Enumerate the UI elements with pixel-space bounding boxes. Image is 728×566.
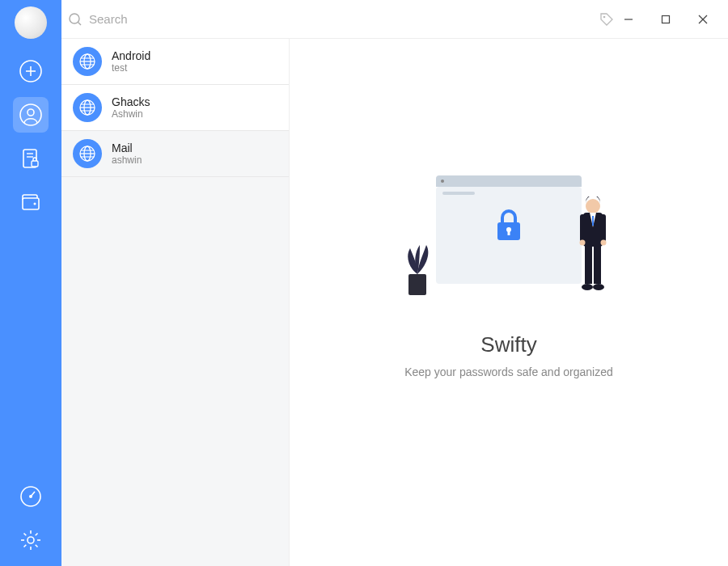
svg-point-4 [28,109,34,116]
svg-point-14 [28,537,34,543]
entry-item[interactable]: Android test [61,39,289,85]
audit-button[interactable] [13,479,49,514]
entry-item[interactable]: Ghacks Ashwin [61,85,289,131]
illustration [404,163,614,316]
wallet-tab[interactable] [13,184,49,220]
window-controls [621,12,722,27]
svg-point-58 [593,284,604,290]
entry-list: Android test Ghacks Ashwin [61,39,290,566]
svg-point-25 [603,15,606,18]
maximize-icon [661,15,671,24]
entry-text: Ghacks Ashwin [112,95,150,120]
svg-rect-55 [585,245,592,284]
entry-title: Ghacks [112,95,150,108]
lock-icon [491,208,527,243]
close-button[interactable] [696,12,710,27]
svg-point-23 [70,14,79,23]
entry-text: Mail ashwin [112,142,142,166]
minimize-button[interactable] [621,12,636,27]
svg-line-19 [24,534,27,536]
notes-tab[interactable] [13,141,49,176]
svg-line-21 [24,545,27,547]
close-icon [698,15,708,24]
gear-icon [19,528,43,552]
entry-item[interactable]: Mail ashwin [61,131,289,177]
svg-rect-27 [662,15,670,23]
maximize-button[interactable] [658,12,673,27]
svg-rect-8 [32,161,38,167]
sidebar [0,0,61,566]
globe-icon [73,139,102,168]
svg-rect-56 [594,245,601,284]
tag-button[interactable] [592,5,621,34]
svg-line-20 [36,545,38,547]
accounts-tab[interactable] [13,97,49,133]
body: Android test Ghacks Ashwin [61,39,728,566]
search-icon [68,12,83,27]
search-wrap [68,12,447,27]
entry-subtitle: Ashwin [112,108,150,120]
entry-text: Android test [112,49,150,74]
settings-button[interactable] [13,522,49,558]
app-logo [15,6,47,39]
svg-rect-9 [23,198,39,209]
svg-point-3 [20,104,41,125]
add-button[interactable] [13,53,49,89]
gauge-icon [19,484,43,509]
svg-rect-51 [580,214,586,242]
svg-point-53 [580,239,586,245]
entry-title: Android [112,49,150,62]
person-circle-icon [19,103,43,127]
svg-line-13 [31,492,35,496]
globe-icon [73,47,102,76]
minimize-icon [624,15,633,24]
content-area: Android test Ghacks Ashwin [61,0,728,566]
svg-rect-50 [592,216,594,226]
person-icon [572,196,614,295]
empty-subtitle: Keep your passwords safe and organized [404,365,613,378]
svg-point-54 [601,239,607,245]
svg-point-57 [582,284,593,290]
plus-circle-icon [19,59,43,83]
tag-icon [599,12,614,27]
entry-subtitle: test [112,62,150,74]
empty-state: Swifty Keep your passwords safe and orga… [290,39,728,566]
svg-line-22 [36,534,38,536]
svg-rect-47 [508,230,510,235]
svg-point-48 [586,199,600,213]
svg-rect-52 [600,214,606,242]
document-lock-icon [19,146,43,171]
app-root: Android test Ghacks Ashwin [0,0,728,566]
wallet-icon [19,190,43,214]
topbar [61,0,728,39]
entry-subtitle: ashwin [112,154,142,166]
empty-title: Swifty [480,332,536,357]
svg-point-10 [34,203,36,205]
search-input[interactable] [89,12,267,26]
svg-line-24 [78,22,82,25]
globe-icon [73,93,102,122]
entry-title: Mail [112,142,142,154]
